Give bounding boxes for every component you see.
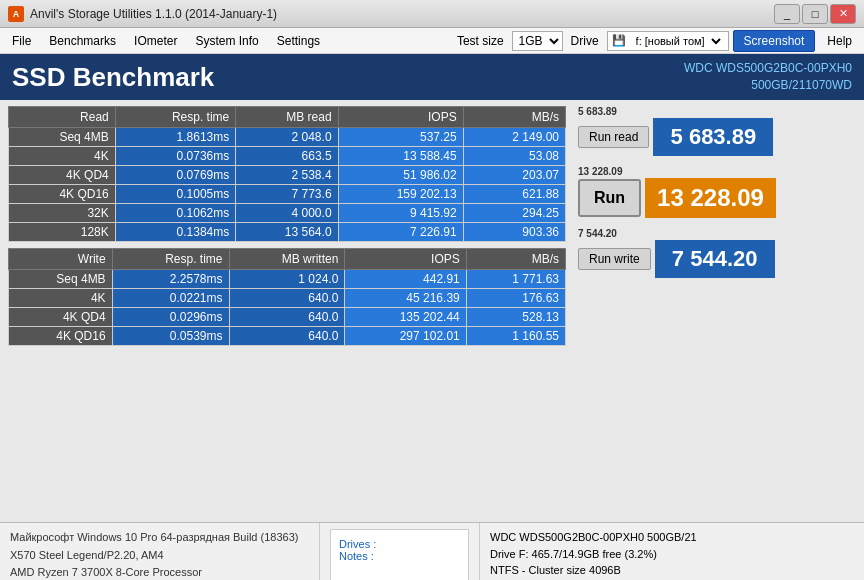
status-left: Майкрософт Windows 10 Pro 64-разрядная B… bbox=[0, 523, 320, 580]
drive-label: Drive bbox=[567, 34, 603, 48]
row-label: 4K bbox=[9, 147, 116, 166]
row-resp: 0.0539ms bbox=[112, 327, 229, 346]
drive-info: WDC WDS500G2B0C-00PXH0 500GB/211070WD bbox=[684, 60, 852, 94]
row-label: 128K bbox=[9, 223, 116, 242]
table-row: 4K QD16 0.0539ms 640.0 297 102.01 1 160.… bbox=[9, 327, 566, 346]
status-bar: Майкрософт Windows 10 Pro 64-разрядная B… bbox=[0, 522, 864, 580]
screenshot-button[interactable]: Screenshot bbox=[733, 30, 816, 52]
menu-help[interactable]: Help bbox=[819, 32, 860, 50]
col-mb-read: MB read bbox=[236, 107, 338, 128]
table-row: 4K 0.0221ms 640.0 45 216.39 176.63 bbox=[9, 289, 566, 308]
row-resp: 0.0221ms bbox=[112, 289, 229, 308]
title-bar: A Anvil's Storage Utilities 1.1.0 (2014-… bbox=[0, 0, 864, 28]
benchmark-title: SSD Benchmark bbox=[12, 62, 214, 93]
run-read-button[interactable]: Run read bbox=[578, 126, 649, 148]
menu-iometer[interactable]: IOmeter bbox=[126, 32, 185, 50]
write-table: Write Resp. time MB written IOPS MB/s Se… bbox=[8, 248, 566, 346]
row-mb: 1 024.0 bbox=[229, 270, 345, 289]
row-mb: 640.0 bbox=[229, 308, 345, 327]
row-iops: 13 588.45 bbox=[338, 147, 463, 166]
maximize-button[interactable]: □ bbox=[802, 4, 828, 24]
row-resp: 1.8613ms bbox=[115, 128, 236, 147]
drives-label: Drives : bbox=[339, 538, 460, 550]
menu-file[interactable]: File bbox=[4, 32, 39, 50]
col-iops-write: IOPS bbox=[345, 249, 466, 270]
menu-benchmarks[interactable]: Benchmarks bbox=[41, 32, 124, 50]
table-row: 4K QD4 0.0769ms 2 538.4 51 986.02 203.07 bbox=[9, 166, 566, 185]
status-middle: Drives : Notes : bbox=[320, 523, 480, 580]
col-resp-read: Resp. time bbox=[115, 107, 236, 128]
cpu-line: AMD Ryzen 7 3700X 8-Core Processor bbox=[10, 564, 309, 580]
col-mbs-write: MB/s bbox=[466, 249, 565, 270]
col-iops-read: IOPS bbox=[338, 107, 463, 128]
row-mbs: 1 160.55 bbox=[466, 327, 565, 346]
drive-model: WDC WDS500G2B0C-00PXH0 500GB/21 bbox=[490, 529, 854, 546]
row-resp: 0.0736ms bbox=[115, 147, 236, 166]
table-row: 4K QD4 0.0296ms 640.0 135 202.44 528.13 bbox=[9, 308, 566, 327]
read-score-small: 5 683.89 bbox=[578, 106, 617, 117]
row-label: 4K QD16 bbox=[9, 327, 113, 346]
ntfs-info: NTFS - Cluster size 4096B bbox=[490, 562, 854, 579]
row-mbs: 903.36 bbox=[463, 223, 565, 242]
row-resp: 0.1062ms bbox=[115, 204, 236, 223]
row-iops: 135 202.44 bbox=[345, 308, 466, 327]
total-score-box: 13 228.09 bbox=[645, 178, 776, 218]
write-score-small: 7 544.20 bbox=[578, 228, 617, 239]
row-label: Seq 4MB bbox=[9, 270, 113, 289]
os-info: Майкрософт Windows 10 Pro 64-разрядная B… bbox=[10, 529, 309, 580]
row-mb: 13 564.0 bbox=[236, 223, 338, 242]
row-mb: 640.0 bbox=[229, 327, 345, 346]
status-right: WDC WDS500G2B0C-00PXH0 500GB/21 Drive F:… bbox=[480, 523, 864, 580]
run-write-button[interactable]: Run write bbox=[578, 248, 651, 270]
table-row: Seq 4MB 2.2578ms 1 024.0 442.91 1 771.63 bbox=[9, 270, 566, 289]
drive-f-info: Drive F: 465.7/14.9GB free (3.2%) bbox=[490, 546, 854, 563]
close-button[interactable]: ✕ bbox=[830, 4, 856, 24]
row-resp: 0.0296ms bbox=[112, 308, 229, 327]
row-iops: 159 202.13 bbox=[338, 185, 463, 204]
read-header: Read bbox=[9, 107, 116, 128]
menu-right-controls: Test size 1GB Drive 💾 f: [новый том] Scr… bbox=[453, 30, 860, 52]
drive-select[interactable]: f: [новый том] bbox=[630, 31, 724, 51]
row-label: 4K QD4 bbox=[9, 308, 113, 327]
table-row: 4K QD16 0.1005ms 7 773.6 159 202.13 621.… bbox=[9, 185, 566, 204]
row-resp: 0.1005ms bbox=[115, 185, 236, 204]
drive-icon: 💾 bbox=[612, 34, 626, 47]
col-mbs-read: MB/s bbox=[463, 107, 565, 128]
test-size-select[interactable]: 1GB bbox=[512, 31, 563, 51]
menu-system-info[interactable]: System Info bbox=[187, 32, 266, 50]
row-mb: 663.5 bbox=[236, 147, 338, 166]
run-button[interactable]: Run bbox=[578, 179, 641, 217]
table-row: 128K 0.1384ms 13 564.0 7 226.91 903.36 bbox=[9, 223, 566, 242]
row-label: 4K QD16 bbox=[9, 185, 116, 204]
menu-bar: File Benchmarks IOmeter System Info Sett… bbox=[0, 28, 864, 54]
row-mb: 4 000.0 bbox=[236, 204, 338, 223]
window-controls[interactable]: _ □ ✕ bbox=[774, 4, 856, 24]
row-mb: 7 773.6 bbox=[236, 185, 338, 204]
row-mb: 640.0 bbox=[229, 289, 345, 308]
notes-label: Notes : bbox=[339, 550, 460, 562]
read-table: Read Resp. time MB read IOPS MB/s Seq 4M… bbox=[8, 106, 566, 242]
write-score-box: 7 544.20 bbox=[655, 240, 775, 278]
read-score-box: 5 683.89 bbox=[653, 118, 773, 156]
main-content: Read Resp. time MB read IOPS MB/s Seq 4M… bbox=[0, 100, 864, 522]
row-resp: 0.1384ms bbox=[115, 223, 236, 242]
row-mbs: 53.08 bbox=[463, 147, 565, 166]
row-mbs: 2 149.00 bbox=[463, 128, 565, 147]
row-iops: 9 415.92 bbox=[338, 204, 463, 223]
window-title: Anvil's Storage Utilities 1.1.0 (2014-Ja… bbox=[30, 7, 277, 21]
col-mb-write: MB written bbox=[229, 249, 345, 270]
write-header: Write bbox=[9, 249, 113, 270]
row-resp: 0.0769ms bbox=[115, 166, 236, 185]
col-resp-write: Resp. time bbox=[112, 249, 229, 270]
drive-info-line1: WDC WDS500G2B0C-00PXH0 bbox=[684, 60, 852, 77]
menu-settings[interactable]: Settings bbox=[269, 32, 328, 50]
row-iops: 45 216.39 bbox=[345, 289, 466, 308]
row-mbs: 1 771.63 bbox=[466, 270, 565, 289]
drive-info-line2: 500GB/211070WD bbox=[684, 77, 852, 94]
row-iops: 297 102.01 bbox=[345, 327, 466, 346]
row-iops: 537.25 bbox=[338, 128, 463, 147]
minimize-button[interactable]: _ bbox=[774, 4, 800, 24]
mb-line: X570 Steel Legend/P2.20, AM4 bbox=[10, 547, 309, 565]
table-row: 32K 0.1062ms 4 000.0 9 415.92 294.25 bbox=[9, 204, 566, 223]
test-size-label: Test size bbox=[453, 34, 508, 48]
